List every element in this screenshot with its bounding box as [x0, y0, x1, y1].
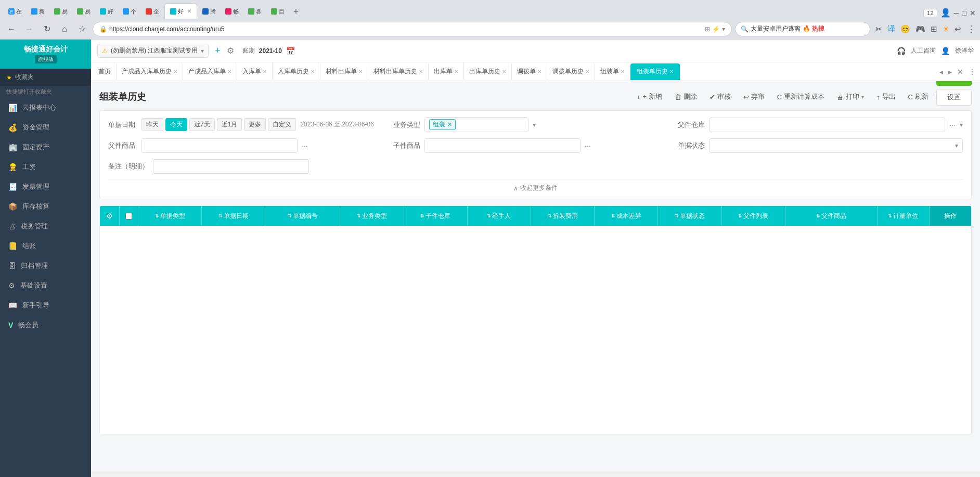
- maximize-btn[interactable]: □: [962, 9, 966, 17]
- calendar-icon[interactable]: 📅: [286, 47, 295, 55]
- back-btn[interactable]: ←: [4, 22, 19, 36]
- minimize-btn[interactable]: ─: [954, 9, 959, 17]
- th-settings[interactable]: ⚙: [100, 206, 120, 226]
- export-btn[interactable]: ↑ 导出: [871, 89, 901, 104]
- th-child-warehouse[interactable]: ⇅ 子件仓库: [404, 206, 468, 226]
- th-handler[interactable]: ⇅ 经手人: [468, 206, 531, 226]
- game-icon[interactable]: 🎮: [915, 24, 925, 34]
- browser-tab-2[interactable]: 易: [50, 4, 72, 19]
- browser-tab-active[interactable]: 好 ✕: [164, 3, 197, 19]
- browser-tab-11[interactable]: 目: [267, 4, 289, 19]
- sidebar-item-settings[interactable]: ⚙ 基础设置: [0, 276, 91, 295]
- date-btn-more[interactable]: 更多: [244, 118, 266, 131]
- browser-tab-6[interactable]: 企: [141, 4, 163, 19]
- page-tab-2[interactable]: 产成品入库单 ✕: [183, 63, 237, 80]
- th-cost-diff[interactable]: ⇅ 成本差异: [595, 206, 658, 226]
- sidebar-item-archive[interactable]: 🗄 归档管理: [0, 256, 91, 276]
- page-tab-6[interactable]: 材料出库单历史 ✕: [368, 63, 429, 80]
- tab-active-close[interactable]: ✕: [669, 69, 674, 74]
- browser-tab-8[interactable]: 腾: [198, 4, 220, 19]
- note-input[interactable]: [153, 159, 309, 174]
- date-btn-7days[interactable]: 近7天: [189, 118, 215, 131]
- bookmark-btn[interactable]: ☆: [75, 22, 89, 36]
- company-selector[interactable]: ⚠ (勿删勿禁用) 江西服宝测试专用 ▾: [97, 44, 209, 58]
- page-tab-8[interactable]: 出库单历史 ✕: [464, 63, 512, 80]
- tab7-close[interactable]: ✕: [454, 69, 458, 74]
- th-unit[interactable]: ⇅ 计量单位: [878, 206, 930, 226]
- tab-close-active[interactable]: ✕: [187, 8, 191, 14]
- sidebar-item-salary[interactable]: 👷 工资: [0, 157, 91, 177]
- search-box[interactable]: 🔍 大量安卓用户逃离 🔥 热搜: [735, 22, 870, 36]
- tab9-close[interactable]: ✕: [537, 69, 541, 74]
- page-tab-11[interactable]: 组装单 ✕: [595, 63, 630, 80]
- parent-goods-input[interactable]: [141, 138, 298, 153]
- home-btn[interactable]: ⌂: [57, 22, 72, 36]
- tab8-close[interactable]: ✕: [502, 69, 506, 74]
- child-goods-input[interactable]: [424, 138, 581, 153]
- tab-close-all[interactable]: ✕: [955, 68, 965, 76]
- new-tab-button[interactable]: +: [290, 5, 302, 18]
- undo-icon[interactable]: ↩: [955, 24, 961, 34]
- date-btn-1month[interactable]: 近1月: [217, 118, 242, 131]
- th-doc-date[interactable]: ⇅ 单据日期: [202, 206, 265, 226]
- th-biz-type[interactable]: ⇅ 业务类型: [340, 206, 404, 226]
- tab10-close[interactable]: ✕: [585, 69, 589, 74]
- th-checkbox[interactable]: [120, 206, 138, 226]
- date-btn-today[interactable]: 今天: [165, 118, 187, 131]
- parent-warehouse-more[interactable]: ···: [949, 121, 956, 129]
- profile-icon[interactable]: 👤: [940, 8, 951, 18]
- page-tab-10[interactable]: 调拨单历史 ✕: [547, 63, 595, 80]
- forward-btn[interactable]: →: [22, 22, 36, 36]
- browser-tab-9[interactable]: 畅: [221, 4, 243, 19]
- browser-tab-5[interactable]: 个: [119, 4, 140, 19]
- browser-tab-4[interactable]: 好: [96, 4, 118, 19]
- sidebar-item-closing[interactable]: 📒 结账: [0, 236, 91, 256]
- qr-icon[interactable]: ⊞: [705, 25, 710, 33]
- collapse-bar[interactable]: ∧ 收起更多条件: [108, 179, 963, 192]
- tab6-close[interactable]: ✕: [419, 69, 423, 74]
- date-btn-custom[interactable]: 自定义: [268, 118, 296, 131]
- page-tab-1[interactable]: 产成品入库单历史 ✕: [117, 63, 183, 80]
- dropdown-arrow-icon[interactable]: ▾: [722, 25, 725, 33]
- page-tab-active[interactable]: 组装单历史 ✕: [630, 63, 680, 80]
- page-tab-9[interactable]: 调拨单 ✕: [512, 63, 547, 80]
- review-btn[interactable]: ✔ 审核: [704, 89, 736, 104]
- close-btn[interactable]: ✕: [970, 9, 976, 17]
- tab4-close[interactable]: ✕: [311, 69, 315, 74]
- tab-more[interactable]: ⋮: [966, 68, 978, 76]
- tab-scroll-left[interactable]: ◂: [937, 68, 945, 76]
- more-icon[interactable]: ⋮: [966, 23, 976, 35]
- biz-type-tag-close[interactable]: ✕: [447, 121, 452, 128]
- browser-tab-0[interactable]: 在 在: [4, 4, 26, 19]
- sun-icon[interactable]: ☀: [943, 24, 949, 34]
- th-parent-list[interactable]: ⇅ 父件列表: [722, 206, 785, 226]
- address-box[interactable]: 🔒 https://cloud.chanjet.com/accounting/u…: [93, 22, 732, 36]
- parent-warehouse-input[interactable]: [709, 118, 945, 132]
- delete-btn[interactable]: 🗑 删除: [669, 89, 702, 104]
- child-goods-more[interactable]: ···: [585, 141, 591, 150]
- query-btn[interactable]: 查询: [936, 81, 972, 86]
- sidebar-item-inventory[interactable]: 📦 库存核算: [0, 197, 91, 216]
- sidebar-item-invoice[interactable]: 🧾 发票管理: [0, 177, 91, 197]
- tab11-close[interactable]: ✕: [621, 69, 625, 74]
- browser-tab-1[interactable]: 新: [27, 4, 49, 19]
- date-btn-yesterday[interactable]: 昨天: [141, 118, 163, 131]
- abandon-btn[interactable]: ↩ 弃审: [738, 89, 770, 104]
- page-tab-3[interactable]: 入库单 ✕: [237, 63, 273, 80]
- tab-scroll-right[interactable]: ▸: [946, 68, 954, 76]
- sidebar-item-vip[interactable]: V 畅会员: [0, 315, 91, 335]
- filter-settings-btn[interactable]: 设置: [936, 89, 972, 106]
- th-doc-num[interactable]: ⇅ 单据编号: [265, 206, 340, 226]
- consult-label[interactable]: 人工咨询: [911, 46, 936, 55]
- tab5-close[interactable]: ✕: [358, 69, 363, 74]
- parent-goods-more[interactable]: ···: [302, 141, 308, 150]
- th-doc-type[interactable]: ⇅ 单据类型: [138, 206, 202, 226]
- horizontal-scrollbar[interactable]: [91, 471, 980, 477]
- tab3-close[interactable]: ✕: [263, 69, 267, 74]
- select-all-checkbox[interactable]: [125, 213, 132, 220]
- sidebar-item-guide[interactable]: 📖 新手引导: [0, 295, 91, 315]
- grid-icon[interactable]: ⊞: [931, 24, 937, 34]
- recalculate-btn[interactable]: C 重新计算成本: [772, 89, 830, 104]
- add-company-btn[interactable]: +: [213, 45, 223, 56]
- print-btn[interactable]: 🖨 打印 ▾: [832, 89, 869, 104]
